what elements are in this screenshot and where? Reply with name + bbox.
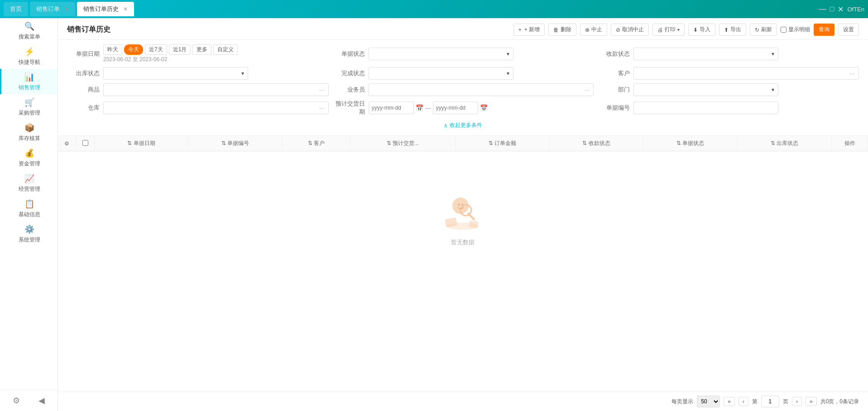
collapse-bar[interactable]: ∧ 收起更多条件 (67, 120, 859, 131)
display-toggle[interactable]: 显示明细 (781, 26, 810, 34)
empty-state: 暂无数据 (58, 151, 868, 283)
date-btn-yesterday[interactable]: 昨天 (103, 44, 122, 55)
expected-date-filter-label: 预计交货日期 (332, 100, 369, 116)
prev-page-button[interactable]: ‹ (739, 397, 748, 406)
table-col-delivery-status[interactable]: ⇅ 出库状态 (738, 136, 832, 151)
basic-info-icon: 📋 (24, 199, 34, 209)
warehouse-dots: ··· (319, 104, 325, 111)
table-col-order-status[interactable]: ⇅ 单据状态 (643, 136, 738, 151)
filter-row-1: 单据日期 昨天 今天 近7天 近1月 更多 自定义 2023-06-02 至 2… (67, 44, 859, 63)
refresh-button[interactable]: ↻ 刷新 (750, 24, 777, 36)
export-button[interactable]: ⬆ 导出 (719, 24, 746, 36)
department-select[interactable] (633, 83, 778, 96)
data-table: ⚙ ⇅ 单据日期 ⇅ 单据编号 ⇅ (58, 136, 868, 283)
next-page-button[interactable]: › (792, 397, 802, 406)
import-button[interactable]: ⬇ 导入 (688, 24, 715, 36)
date-btn-today[interactable]: 今天 (124, 44, 143, 55)
table-col-payment-status[interactable]: ⇅ 收款状态 (549, 136, 643, 151)
close-window-icon[interactable]: ✕ (838, 5, 844, 14)
page-number-input[interactable] (761, 396, 779, 407)
total-records: 共0页，0条记录 (820, 398, 859, 406)
sidebar-item-system[interactable]: ⚙️ 系统管理 (0, 221, 58, 247)
new-button[interactable]: + + 新增 (513, 24, 545, 36)
sort-icon-amount: ⇅ (489, 140, 493, 146)
settings-button[interactable]: 设置 (838, 24, 859, 36)
date-btn-1month[interactable]: 近1月 (169, 44, 191, 55)
filter-row-3: 商品 ··· 业务员 ··· 部门 (67, 83, 859, 96)
filter-order-status-cell: 单据状态 (332, 44, 594, 63)
tab-sales-order-close[interactable]: ✕ (64, 6, 69, 12)
sidebar-item-basic-info[interactable]: 📋 基础信息 (0, 196, 58, 221)
inventory-icon: 📦 (24, 123, 34, 133)
goods-select[interactable]: ··· (103, 83, 329, 96)
print-button[interactable]: 🖨 打印 ▾ (652, 24, 685, 36)
salesperson-select[interactable]: ··· (369, 83, 594, 96)
sidebar-item-sales-mgmt-label: 销售管理 (19, 84, 40, 92)
content-area: 销售订单历史 + + 新增 🗑 删除 ⊗ 中止 ⊘ 取消中止 (58, 18, 868, 411)
table-col-date[interactable]: ⇅ 单据日期 (94, 136, 188, 151)
sidebar-settings-icon[interactable]: ⚙ (13, 396, 20, 406)
sidebar-item-system-label: 系统管理 (19, 236, 40, 244)
first-page-icon: « (728, 398, 731, 405)
cancel-stop-button[interactable]: ⊘ 取消中止 (611, 24, 649, 36)
empty-text: 暂无数据 (451, 238, 475, 247)
table-col-expected-date[interactable]: ⇅ 预计交货... (350, 136, 456, 151)
quick-nav-icon: ⚡ (24, 47, 34, 57)
page-size-select[interactable]: 50 20 100 (697, 396, 720, 407)
empty-illustration (436, 188, 490, 233)
sidebar-item-sales-mgmt[interactable]: 📊 销售管理 (0, 69, 58, 94)
order-number-input[interactable] (633, 102, 778, 114)
stop-button[interactable]: ⊗ 中止 (580, 24, 607, 36)
customer-select[interactable]: ··· (633, 67, 859, 80)
sidebar-item-operations[interactable]: 📈 经营管理 (0, 170, 58, 196)
sort-icon-order-status: ⇅ (676, 140, 681, 146)
sidebar-collapse-icon[interactable]: ◀ (38, 396, 45, 406)
expected-date-end[interactable] (433, 102, 478, 114)
sidebar-item-search-menu[interactable]: 🔍 搜索菜单 (0, 18, 58, 44)
table-col-actions: 操作 (832, 136, 868, 151)
sidebar-item-finance[interactable]: 💰 资金管理 (0, 145, 58, 170)
print-icon: 🖨 (657, 27, 663, 33)
order-status-select[interactable] (369, 48, 513, 60)
last-page-button[interactable]: » (806, 397, 817, 406)
maximize-icon[interactable]: □ (830, 5, 834, 13)
select-all-checkbox[interactable] (82, 140, 88, 146)
tab-home-label: 首页 (10, 5, 22, 13)
display-toggle-checkbox[interactable] (781, 27, 786, 33)
tab-sales-order-label: 销售订单 (36, 5, 60, 13)
expected-date-start[interactable] (369, 102, 414, 114)
empty-row: 暂无数据 (58, 151, 868, 283)
date-btn-7days[interactable]: 近7天 (145, 44, 167, 55)
query-button[interactable]: 查询 (814, 24, 834, 36)
delivery-status-select[interactable] (103, 67, 248, 80)
table-col-settings[interactable]: ⚙ (58, 136, 76, 151)
tab-sales-order-history-close[interactable]: ✕ (123, 6, 128, 12)
order-status-arrow (507, 51, 509, 57)
tab-sales-order[interactable]: 销售订单 ✕ (30, 2, 75, 16)
purchase-mgmt-icon: 🛒 (24, 97, 34, 107)
completion-status-select[interactable] (369, 67, 513, 80)
table-col-amount[interactable]: ⇅ 订单金额 (455, 136, 549, 151)
tab-home[interactable]: 首页 (4, 2, 28, 16)
minimize-icon[interactable]: — (819, 5, 826, 13)
warehouse-select[interactable]: ··· (103, 102, 329, 114)
tab-sales-order-history[interactable]: 销售订单历史 ✕ (77, 2, 134, 16)
sidebar-item-quick-nav[interactable]: ⚡ 快捷导航 (0, 44, 58, 69)
date-btn-more[interactable]: 更多 (192, 44, 211, 55)
date-quick-buttons: 昨天 今天 近7天 近1月 更多 自定义 (103, 44, 329, 55)
sidebar-item-purchase-mgmt[interactable]: 🛒 采购管理 (0, 94, 58, 120)
table-col-checkbox[interactable] (76, 136, 94, 151)
table-col-number[interactable]: ⇅ 单据编号 (188, 136, 283, 151)
calendar-end-icon[interactable]: 📅 (480, 104, 488, 111)
last-page-icon: » (810, 398, 813, 405)
sidebar-item-inventory[interactable]: 📦 库存核算 (0, 120, 58, 145)
calendar-start-icon[interactable]: 📅 (416, 104, 423, 111)
delete-button[interactable]: 🗑 删除 (548, 24, 576, 36)
goods-dots: ··· (319, 86, 325, 93)
table-col-customer[interactable]: ⇅ 客户 (283, 136, 350, 151)
refresh-icon: ↻ (755, 27, 759, 33)
system-icon: ⚙️ (24, 224, 34, 234)
first-page-button[interactable]: « (724, 397, 735, 406)
payment-status-select[interactable] (633, 48, 778, 60)
date-btn-custom[interactable]: 自定义 (213, 44, 238, 55)
